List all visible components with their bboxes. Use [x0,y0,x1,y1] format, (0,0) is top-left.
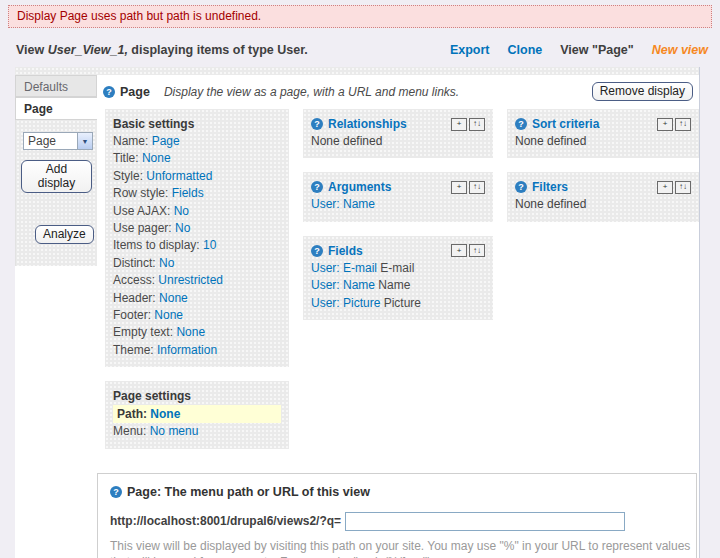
settings-column-3: ? Sort criteria + ↑↓ None defined ? [507,109,699,463]
filters-title-link[interactable]: Filters [532,178,568,196]
setting-value-link[interactable]: Information [157,343,217,357]
setting-value-link[interactable]: Fields [172,186,204,200]
add-icon[interactable]: + [657,118,673,131]
add-display-panel: Page ▼ Add display Analyze [15,120,97,266]
setting-value-link[interactable]: None [142,151,171,165]
sort-criteria-block: ? Sort criteria + ↑↓ None defined [507,109,699,158]
remove-display-button[interactable]: Remove display [592,82,693,101]
help-icon[interactable]: ? [311,245,323,257]
analyze-button[interactable]: Analyze [35,225,94,244]
menu-setting-row: Menu: No menu [113,423,281,440]
setting-label: Use pager: [113,221,172,235]
setting-value-link[interactable]: Unformatted [146,169,212,183]
help-icon[interactable]: ? [515,181,527,193]
help-glyph: ? [314,115,320,133]
relationships-block: ? Relationships + ↑↓ None defined [303,109,493,158]
field-label-suffix: Picture [380,296,421,310]
setting-label: Footer: [113,308,151,322]
help-glyph: ? [314,242,320,260]
setting-value-link[interactable]: No [159,256,174,270]
relationships-title-link[interactable]: Relationships [328,115,407,133]
setting-value-link[interactable]: None [154,308,183,322]
basic-settings-block: Basic settings Name: Page Title: None St… [105,109,289,367]
field-link[interactable]: User: Name [311,278,375,292]
path-form-description: This view will be displayed by visiting … [110,538,710,558]
arguments-block: ? Arguments + ↑↓ User: Name [303,172,493,221]
rearrange-icon[interactable]: ↑↓ [469,181,485,194]
setting-row: Row style: Fields [113,185,281,202]
tab-page[interactable]: Page [15,97,97,120]
rearrange-icon[interactable]: ↑↓ [469,244,485,257]
field-link[interactable]: User: E-mail [311,261,377,275]
add-icon[interactable]: + [451,244,467,257]
setting-value-link[interactable]: Page [152,134,180,148]
arguments-title-link[interactable]: Arguments [328,178,391,196]
setting-label: Items to display: [113,238,200,252]
setting-row: Items to display: 10 [113,237,281,254]
add-icon[interactable]: + [451,118,467,131]
setting-row: Use pager: No [113,220,281,237]
path-form: ? Page: The menu path or URL of this vie… [97,473,697,558]
setting-value-link[interactable]: None [176,325,205,339]
view-title-suffix: displaying items of type User. [128,43,308,57]
display-header: ? Page Display the view as a page, with … [97,75,699,109]
view-title-prefix: View [16,43,48,57]
display-tabs-sidebar: Defaults Page Page ▼ Add display Analyze [15,75,97,558]
export-link[interactable]: Export [450,43,490,57]
setting-value-link[interactable]: No [175,221,190,235]
add-icon[interactable]: + [451,181,467,194]
setting-label: Name: [113,134,148,148]
display-type-select-value: Page [28,134,56,148]
argument-link[interactable]: User: Name [311,197,375,211]
help-glyph: ? [113,487,119,497]
display-settings-main: ? Page Display the view as a page, with … [97,75,699,558]
field-label-suffix: Name [375,278,410,292]
relationships-empty: None defined [311,133,485,150]
url-prefix: http://localhost:8001/drupal6/views2/?q= [110,514,341,528]
argument-item: User: Name [311,196,485,213]
display-type-select[interactable]: Page ▼ [23,132,93,150]
clone-link[interactable]: Clone [508,43,543,57]
error-message-text: Display Page uses path but path is undef… [17,9,261,23]
field-link[interactable]: User: Picture [311,296,380,310]
sort-criteria-empty: None defined [515,133,691,150]
add-display-button[interactable]: Add display [21,160,92,193]
error-message: Display Page uses path but path is undef… [8,5,712,28]
setting-value-link[interactable]: None [159,291,188,305]
setting-value-link[interactable]: Unrestricted [158,273,223,287]
fields-title-link[interactable]: Fields [328,242,363,260]
view-name: User_View_1, [48,43,128,57]
new-view-link[interactable]: New view [652,43,708,57]
tab-defaults[interactable]: Defaults [15,75,97,97]
rearrange-icon[interactable]: ↑↓ [469,118,485,131]
field-item: User: Name Name [311,277,485,294]
path-setting-row: Path: None [113,405,281,423]
help-icon[interactable]: ? [515,118,527,130]
header-links: Export Clone View "Page" New view [450,43,708,57]
settings-column-1: Basic settings Name: Page Title: None St… [105,109,289,463]
display-title: Page [120,85,150,99]
sort-criteria-title-link[interactable]: Sort criteria [532,115,599,133]
setting-value-link[interactable]: No [174,204,189,218]
path-input[interactable] [345,512,625,531]
help-icon[interactable]: ? [103,86,115,98]
help-glyph: ? [518,178,524,196]
chevron-down-glyph: ▼ [82,138,89,145]
rearrange-icon[interactable]: ↑↓ [675,181,691,194]
path-value-link[interactable]: None [150,407,180,421]
field-item: User: E-mail E-mail [311,260,485,277]
setting-row: Use AJAX: No [113,203,281,220]
setting-value-link[interactable]: 10 [203,238,216,252]
help-icon[interactable]: ? [311,181,323,193]
setting-label: Row style: [113,186,168,200]
rearrange-icon[interactable]: ↑↓ [675,118,691,131]
views-ui: Defaults Page Page ▼ Add display Analyze… [15,67,700,558]
setting-label: Use AJAX: [113,204,170,218]
help-icon[interactable]: ? [311,118,323,130]
add-icon[interactable]: + [657,181,673,194]
help-icon[interactable]: ? [110,486,122,498]
setting-row: Name: Page [113,133,281,150]
views-top-strip [15,67,699,75]
menu-value-link[interactable]: No menu [150,424,199,438]
menu-label: Menu: [113,424,146,438]
